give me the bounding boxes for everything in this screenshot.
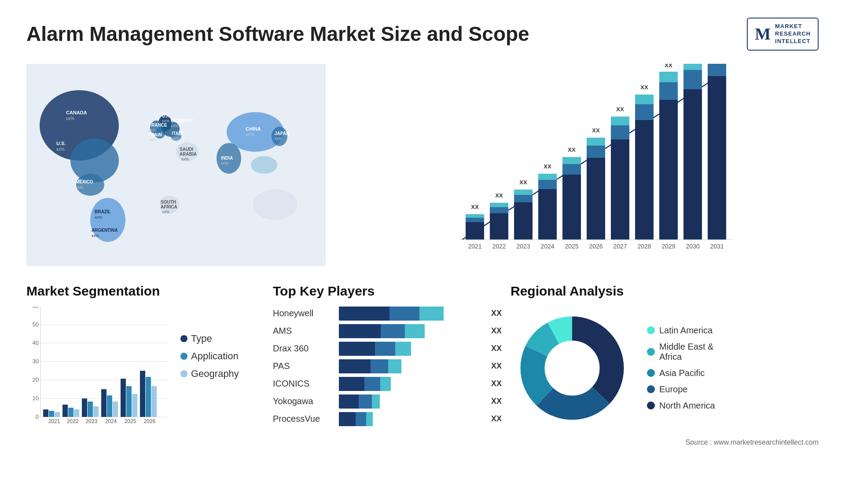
svg-rect-98	[683, 64, 702, 70]
svg-text:FRANCE: FRANCE	[149, 123, 167, 128]
svg-rect-63	[514, 190, 533, 195]
player-bar-honeywell	[339, 307, 484, 321]
svg-text:60: 60	[33, 307, 39, 309]
player-row-processvue: ProcessVue XX	[273, 412, 502, 426]
player-bar-drax360	[339, 342, 484, 356]
donut-chart	[511, 307, 634, 430]
svg-text:2029: 2029	[661, 243, 675, 250]
segmentation-title: Market Segmentation	[26, 284, 255, 299]
svg-rect-136	[126, 386, 132, 417]
svg-rect-77	[587, 146, 605, 158]
svg-text:MEXICO: MEXICO	[76, 179, 93, 184]
player-row-drax360: Drax 360 XX	[273, 342, 502, 356]
svg-text:2025: 2025	[565, 243, 578, 250]
svg-rect-82	[611, 125, 629, 139]
svg-rect-88	[635, 95, 654, 104]
svg-rect-133	[113, 402, 118, 417]
svg-rect-71	[562, 175, 581, 240]
legend-north-america: North America	[647, 401, 715, 411]
logo: M MARKET RESEARCH INTELLECT	[747, 18, 819, 51]
svg-text:INDIA: INDIA	[221, 156, 233, 161]
segmentation-chart: 0 10 20 30 40 50 60	[26, 307, 172, 425]
svg-rect-140	[146, 377, 151, 417]
top-section: CANADA xx% U.S. xx% MEXICO xx% BRAZIL xx…	[26, 64, 819, 266]
svg-rect-52	[466, 218, 484, 222]
svg-text:XX: XX	[592, 127, 600, 134]
svg-text:XX: XX	[519, 179, 527, 186]
players-title: Top Key Players	[273, 284, 502, 299]
svg-rect-120	[49, 411, 54, 417]
svg-text:20: 20	[33, 376, 39, 383]
svg-text:xx%: xx%	[76, 185, 83, 190]
svg-text:U.S.: U.S.	[56, 141, 66, 146]
player-bar-ams	[339, 324, 484, 338]
svg-rect-61	[514, 202, 533, 240]
player-row-pas: PAS XX	[273, 359, 502, 373]
page-title: Alarm Management Software Market Size an…	[26, 22, 529, 46]
growth-bar-chart: XX 2021 XX 2022 XX 2023 XX 2024	[343, 64, 819, 266]
svg-text:GERMANY: GERMANY	[171, 118, 193, 123]
svg-rect-119	[43, 409, 48, 417]
svg-rect-121	[55, 412, 60, 417]
svg-text:xx%: xx%	[181, 157, 189, 161]
page-header: Alarm Management Software Market Size an…	[26, 18, 819, 51]
svg-text:2023: 2023	[516, 243, 530, 250]
legend-latin-america: Latin America	[647, 325, 715, 336]
application-dot	[180, 353, 187, 360]
svg-rect-92	[659, 82, 678, 100]
svg-text:2022: 2022	[67, 418, 79, 424]
player-bar-iconics	[339, 377, 484, 391]
svg-text:xx%: xx%	[95, 215, 102, 219]
logo-letter: M	[755, 24, 771, 44]
svg-text:CANADA: CANADA	[66, 110, 87, 115]
svg-rect-139	[140, 371, 145, 417]
svg-text:2030: 2030	[686, 243, 699, 250]
svg-point-149	[545, 341, 599, 395]
player-bar-pas	[339, 359, 484, 373]
svg-rect-123	[62, 405, 68, 417]
svg-text:2025: 2025	[125, 418, 136, 424]
bar-chart: XX 2021 XX 2022 XX 2023 XX 2024	[343, 64, 819, 266]
svg-text:2027: 2027	[613, 243, 627, 250]
world-map: CANADA xx% U.S. xx% MEXICO xx% BRAZIL xx…	[26, 64, 326, 266]
svg-point-47	[251, 156, 277, 174]
svg-text:XX: XX	[495, 192, 503, 199]
svg-text:40: 40	[33, 340, 39, 346]
svg-text:JAPAN: JAPAN	[275, 131, 289, 136]
player-row-iconics: ICONICS XX	[273, 377, 502, 391]
asia-pacific-dot	[647, 369, 655, 377]
svg-text:2031: 2031	[710, 243, 724, 250]
svg-rect-96	[683, 89, 702, 240]
players-list: Honeywell XX AMS XX	[273, 307, 502, 426]
svg-text:0: 0	[36, 413, 39, 420]
europe-dot	[647, 385, 655, 393]
svg-text:BRAZIL: BRAZIL	[95, 209, 111, 214]
svg-text:xx%: xx%	[246, 132, 254, 137]
legend-type: Type	[180, 333, 239, 344]
north-america-dot	[647, 402, 655, 409]
svg-text:xx%: xx%	[171, 124, 178, 128]
svg-text:SAUDI: SAUDI	[180, 147, 193, 152]
svg-rect-97	[683, 70, 702, 89]
svg-text:XX: XX	[544, 163, 551, 170]
bottom-section: Market Segmentation 0 10 20 30 40 50 60	[26, 284, 819, 446]
svg-text:2028: 2028	[637, 243, 651, 250]
market-segmentation: Market Segmentation 0 10 20 30 40 50 60	[26, 284, 255, 446]
svg-text:2026: 2026	[144, 418, 156, 424]
svg-text:2024: 2024	[105, 418, 117, 424]
svg-rect-57	[490, 207, 508, 213]
svg-rect-101	[708, 76, 726, 240]
svg-text:xx%: xx%	[149, 138, 156, 142]
svg-text:xx%: xx%	[221, 161, 228, 165]
regional-title: Regional Analysis	[511, 284, 819, 299]
svg-rect-58	[490, 203, 508, 207]
regional-analysis: Regional Analysis	[502, 284, 819, 446]
legend-geography: Geography	[180, 368, 239, 380]
svg-text:2021: 2021	[468, 243, 481, 250]
svg-rect-76	[587, 158, 605, 240]
segmentation-legend: Type Application Geography	[180, 333, 239, 380]
player-bar-processvue	[339, 412, 484, 426]
svg-text:CHINA: CHINA	[246, 126, 261, 131]
svg-rect-127	[82, 398, 87, 417]
svg-rect-129	[93, 406, 99, 417]
